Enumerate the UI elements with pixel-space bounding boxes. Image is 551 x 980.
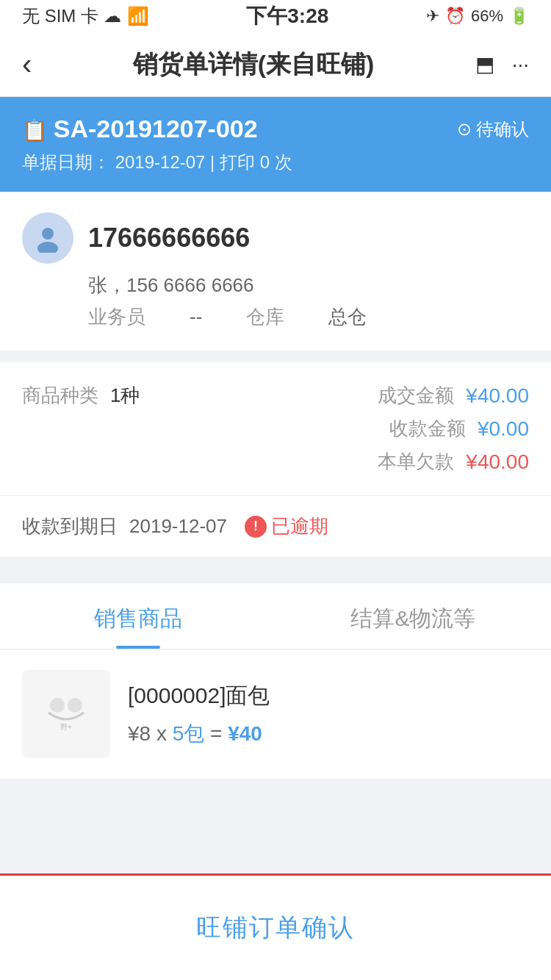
summary-row: 商品种类 1种 成交金额 ¥40.00 收款金额 ¥0.00 本单欠款 ¥40.…	[22, 383, 529, 475]
transaction-value: ¥40.00	[466, 384, 529, 408]
back-button[interactable]: ‹	[22, 48, 32, 81]
alarm-icon: ⏰	[445, 7, 465, 26]
receipt-amount: 收款金额 ¥0.00	[389, 416, 529, 442]
tabs-row: 销售商品 结算&物流等	[0, 583, 551, 649]
svg-point-0	[42, 228, 54, 239]
status-text: 待确认	[476, 118, 529, 141]
battery-level: 66%	[471, 7, 503, 26]
order-header: 📋 SA-20191207-002 ⊙ 待确认 单据日期： 2019-12-07…	[0, 97, 551, 192]
summary-section: 商品种类 1种 成交金额 ¥40.00 收款金额 ¥0.00 本单欠款 ¥40.…	[0, 362, 551, 495]
product-price: ¥8 x 5包 = ¥40	[128, 720, 529, 748]
product-image: 野+	[22, 670, 110, 758]
customer-phone: 17666666666	[88, 223, 250, 253]
nav-right: ⬒ ···	[475, 52, 529, 76]
amounts: 成交金额 ¥40.00 收款金额 ¥0.00 本单欠款 ¥40.00	[378, 383, 529, 475]
more-button[interactable]: ···	[512, 53, 529, 76]
wifi-icon: 📶	[127, 6, 149, 26]
order-status: ⊙ 待确认	[457, 118, 529, 141]
overdue-badge: ! 已逾期	[245, 514, 328, 539]
order-icon: 📋	[22, 119, 54, 142]
customer-section: 17666666666 张，156 6666 6666 业务员 -- 仓库 总仓	[0, 192, 551, 350]
tab-settlement-label: 结算&物流等	[350, 606, 475, 630]
clock-icon: ⊙	[457, 119, 472, 140]
sales-label: 业务员	[88, 304, 145, 330]
svg-point-2	[50, 698, 65, 713]
location-icon: ✈	[426, 7, 439, 26]
svg-text:野+: 野+	[60, 723, 72, 731]
product-info: [0000002]面包 ¥8 x 5包 = ¥40	[128, 681, 529, 748]
tab-sales[interactable]: 销售商品	[0, 583, 276, 649]
balance-label: 本单欠款	[378, 449, 454, 475]
product-type-label: 商品种类	[22, 383, 98, 408]
customer-top: 17666666666	[22, 212, 529, 264]
status-time: 下午3:28	[246, 2, 328, 30]
overdue-text: 已逾期	[271, 514, 328, 539]
price-equals: =	[210, 722, 228, 745]
transaction-amount: 成交金额 ¥40.00	[378, 383, 529, 408]
nav-left: ‹	[22, 48, 32, 81]
divider-1	[0, 350, 551, 362]
warehouse-value: 总仓	[328, 304, 367, 330]
price-base: ¥8 x	[128, 722, 173, 745]
svg-point-1	[37, 242, 58, 253]
product-type-value: 1种	[110, 383, 140, 408]
product-name: [0000002]面包	[128, 681, 529, 711]
price-qty: 5包	[173, 722, 205, 745]
status-bar: 无 SIM 卡 ☁ 📶 下午3:28 ✈ ⏰ 66% 🔋	[0, 0, 551, 32]
product-logo-icon: 野+	[37, 689, 96, 740]
tab-sales-label: 销售商品	[94, 606, 182, 630]
avatar	[22, 212, 73, 264]
sim-status: 无 SIM 卡 ☁	[22, 4, 121, 28]
balance-value: ¥40.00	[466, 450, 529, 474]
warehouse-label: 仓库	[246, 304, 284, 330]
status-left: 无 SIM 卡 ☁ 📶	[22, 4, 149, 28]
order-id-row: 📋 SA-20191207-002 ⊙ 待确认	[22, 115, 529, 143]
page-title: 销货单详情(来自旺铺)	[133, 48, 375, 82]
duedate-value: 2019-12-07	[129, 515, 227, 538]
receipt-label: 收款金额	[389, 416, 466, 442]
warning-icon: !	[245, 516, 267, 538]
nav-bar: ‹ 销货单详情(来自旺铺) ⬒ ···	[0, 32, 551, 97]
battery-icon: 🔋	[509, 7, 529, 26]
balance-amount: 本单欠款 ¥40.00	[378, 449, 529, 475]
product-type: 商品种类 1种	[22, 383, 140, 408]
tabs-section: 销售商品 结算&物流等	[0, 583, 551, 649]
duedate-label: 收款到期日	[22, 514, 118, 539]
tab-settlement[interactable]: 结算&物流等	[276, 583, 551, 649]
customer-name: 张，156 6666 6666	[88, 273, 529, 298]
svg-point-3	[68, 698, 82, 713]
order-id-text: SA-20191207-002	[54, 115, 258, 143]
confirm-button[interactable]: 旺铺订单确认	[22, 890, 529, 965]
order-id: 📋 SA-20191207-002	[22, 115, 258, 143]
receipt-value: ¥0.00	[478, 417, 529, 441]
product-item: 野+ [0000002]面包 ¥8 x 5包 = ¥40	[0, 649, 551, 779]
divider-2	[0, 557, 551, 572]
products-section: 野+ [0000002]面包 ¥8 x 5包 = ¥40	[0, 649, 551, 779]
status-right: ✈ ⏰ 66% 🔋	[426, 7, 529, 26]
customer-meta: 业务员 -- 仓库 总仓	[88, 304, 529, 330]
sales-value: --	[190, 306, 202, 328]
order-date: 单据日期： 2019-12-07 | 打印 0 次	[22, 151, 529, 174]
duedate-section: 收款到期日 2019-12-07 ! 已逾期	[0, 495, 551, 557]
transaction-label: 成交金额	[378, 383, 454, 408]
bottom-bar: 旺铺订单确认	[0, 873, 551, 980]
share-button[interactable]: ⬒	[475, 52, 494, 76]
price-total: ¥40	[228, 722, 262, 745]
